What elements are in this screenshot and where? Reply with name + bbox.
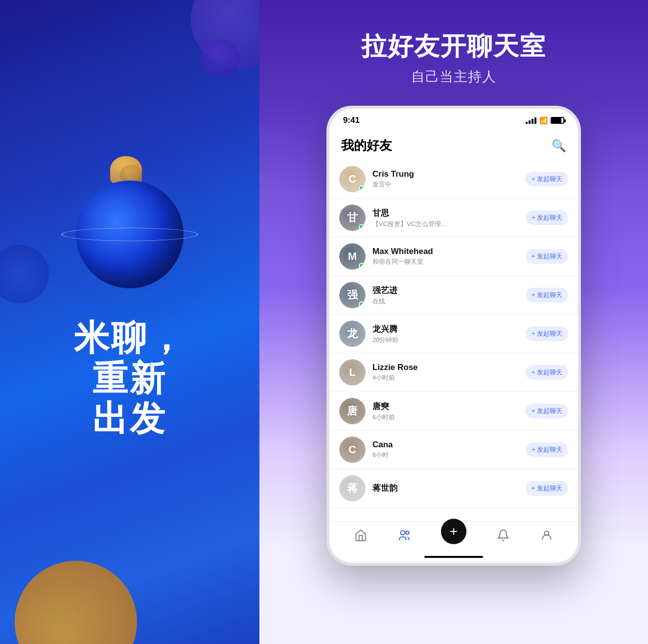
friend-info: 唐奭6小时前 <box>372 401 519 422</box>
friend-status: 在线 <box>372 297 519 306</box>
friend-item[interactable]: LLizzie Rose4小时前+ 发起聊天 <box>329 353 578 392</box>
friend-name: Cana <box>372 440 519 450</box>
friend-item[interactable]: CCris Trung发言中+ 发起聊天 <box>329 160 578 199</box>
friend-status: 6小时 <box>372 451 519 460</box>
friend-avatar: 龙 <box>339 321 366 347</box>
friends-list: CCris Trung发言中+ 发起聊天甘甘思【VC投资】VC怎么管理…+ 发起… <box>329 160 578 521</box>
start-chat-button[interactable]: + 发起聊天 <box>526 481 568 496</box>
wifi-icon: 📶 <box>539 116 548 124</box>
bottom-nav: + <box>329 521 578 556</box>
status-icons: 📶 <box>526 116 564 124</box>
friend-info: Lizzie Rose4小时前 <box>372 363 519 382</box>
start-chat-button[interactable]: + 发起聊天 <box>526 249 568 264</box>
right-subtitle: 自己当主持人 <box>361 68 546 86</box>
friend-info: 龙兴腾20分钟前 <box>372 323 519 345</box>
start-chat-button[interactable]: + 发起聊天 <box>526 365 568 380</box>
friend-status: 【VC投资】VC怎么管理… <box>372 220 519 229</box>
friend-item[interactable]: CCana6小时+ 发起聊天 <box>329 431 578 469</box>
app-slogan: 米聊， 重新 出发 <box>74 318 185 439</box>
friend-avatar: L <box>339 359 366 386</box>
friend-avatar: M <box>339 243 366 270</box>
friend-name: 强艺进 <box>372 285 519 296</box>
left-panel: 米聊， 重新 出发 <box>0 0 259 644</box>
friend-avatar: C <box>339 437 366 463</box>
phone-header: 我的好友 🔍 <box>329 129 578 160</box>
svg-point-0 <box>400 530 405 535</box>
nav-friends[interactable] <box>398 529 411 542</box>
friend-name: Cris Trung <box>372 169 519 179</box>
friend-info: Cris Trung发言中 <box>372 169 519 189</box>
nav-plus-button[interactable]: + <box>441 519 466 544</box>
signal-icon <box>526 117 536 124</box>
status-time: 9:41 <box>343 115 360 125</box>
friend-avatar: 蒋 <box>339 475 366 502</box>
friend-item[interactable]: 甘甘思【VC投资】VC怎么管理…+ 发起聊天 <box>329 199 578 237</box>
friend-info: Cana6小时 <box>372 440 519 460</box>
home-indicator <box>424 556 483 558</box>
phone-mockup: 9:41 📶 我的好友 🔍 <box>326 106 581 566</box>
start-chat-button[interactable]: + 发起聊天 <box>526 210 568 225</box>
friend-item[interactable]: MMax Whitehead和你在同一聊天室+ 发起聊天 <box>329 237 578 276</box>
decoration-bubble-small <box>201 39 240 78</box>
friend-info: Max Whitehead和你在同一聊天室 <box>372 247 519 266</box>
friend-status: 发言中 <box>372 180 519 189</box>
decoration-bubble-bottom <box>15 561 137 644</box>
friend-status: 20分钟前 <box>372 336 519 345</box>
planet-illustration <box>61 166 198 303</box>
friend-item[interactable]: 强强艺进在线+ 发起聊天 <box>329 276 578 315</box>
friend-name: 甘思 <box>372 207 519 219</box>
search-button[interactable]: 🔍 <box>552 139 566 153</box>
svg-point-1 <box>406 531 409 534</box>
phone-content: 我的好友 🔍 CCris Trung发言中+ 发起聊天甘甘思【VC投资】VC怎么… <box>329 129 578 561</box>
friend-avatar: 甘 <box>339 205 366 231</box>
decoration-bubble-mid <box>0 245 49 303</box>
friend-name: Max Whitehead <box>372 247 519 256</box>
start-chat-button[interactable]: + 发起聊天 <box>526 288 568 302</box>
planet <box>76 181 184 288</box>
friend-info: 甘思【VC投资】VC怎么管理… <box>372 207 519 229</box>
friend-status: 4小时前 <box>372 373 519 382</box>
online-indicator <box>359 185 365 191</box>
online-indicator <box>359 301 365 307</box>
friend-name: 蒋世韵 <box>372 483 519 494</box>
friend-name: 唐奭 <box>372 401 519 412</box>
start-chat-button[interactable]: + 发起聊天 <box>526 326 568 341</box>
friend-status: 和你在同一聊天室 <box>372 257 519 266</box>
online-indicator <box>359 263 365 269</box>
nav-home[interactable] <box>354 529 367 542</box>
status-bar: 9:41 📶 <box>329 109 578 129</box>
friend-item[interactable]: 蒋蒋世韵+ 发起聊天 <box>329 469 578 508</box>
right-title: 拉好友开聊天室 <box>361 29 546 64</box>
friends-page-title: 我的好友 <box>341 137 392 154</box>
start-chat-button[interactable]: + 发起聊天 <box>526 404 568 418</box>
friend-name: 龙兴腾 <box>372 323 519 335</box>
online-indicator <box>359 224 365 230</box>
start-chat-button[interactable]: + 发起聊天 <box>526 442 568 457</box>
friend-status: 6小时前 <box>372 413 519 422</box>
friend-avatar: 唐 <box>339 398 366 424</box>
nav-bell[interactable] <box>497 529 509 542</box>
friend-name: Lizzie Rose <box>372 363 519 372</box>
friend-item[interactable]: 唐唐奭6小时前+ 发起聊天 <box>329 392 578 431</box>
friend-item[interactable]: 龙龙兴腾20分钟前+ 发起聊天 <box>329 315 578 353</box>
right-panel: 拉好友开聊天室 自己当主持人 9:41 📶 我的好友 <box>259 0 648 644</box>
battery-icon <box>551 117 564 124</box>
friend-avatar: C <box>339 166 366 192</box>
friend-info: 强艺进在线 <box>372 285 519 306</box>
friend-info: 蒋世韵 <box>372 483 519 495</box>
start-chat-button[interactable]: + 发起聊天 <box>526 172 568 186</box>
friend-avatar: 强 <box>339 282 366 308</box>
nav-profile[interactable] <box>540 529 553 542</box>
right-header: 拉好友开聊天室 自己当主持人 <box>351 0 556 96</box>
